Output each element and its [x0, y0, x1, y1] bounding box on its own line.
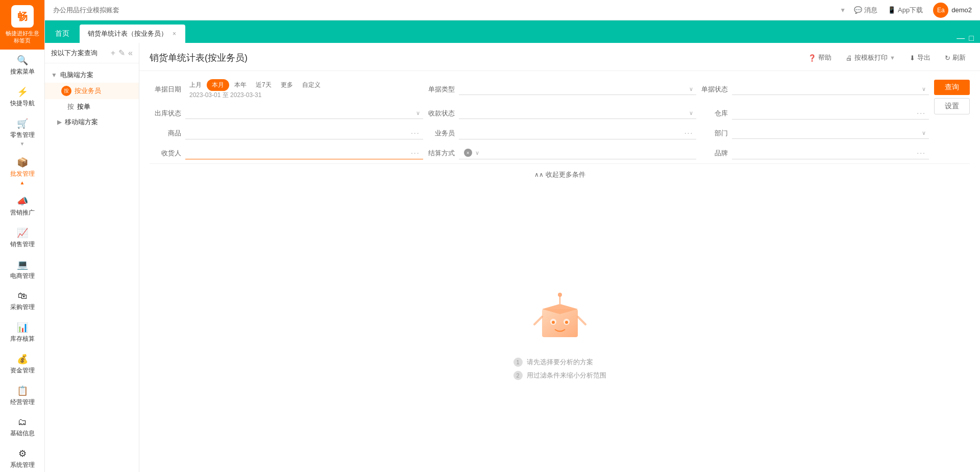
avatar: Ea: [933, 3, 948, 18]
retail-icon: 🛒: [17, 118, 28, 129]
print-btn[interactable]: 🖨 按模板打印 ▼: [842, 51, 899, 64]
tabbar: 首页 销货单统计表（按业务员） × — □: [45, 20, 980, 43]
collapse-panel-icon[interactable]: «: [128, 49, 133, 58]
tree: ▼ 电脑端方案 按 按业务员 按 按单: [45, 63, 139, 134]
date-filter-content: 上月 本月 本年 近7天 更多 自定义 2023-03-01 至 2023-03…: [185, 79, 423, 100]
edit-scheme-icon[interactable]: ✎: [118, 48, 125, 58]
salesman-cell: 业务员 ···: [423, 127, 697, 139]
tree-group-desktop-header[interactable]: ▼ 电脑端方案: [45, 67, 139, 83]
add-scheme-icon[interactable]: +: [111, 49, 115, 58]
sidebar-item-finance[interactable]: 💰 资金管理: [0, 348, 44, 380]
message-action[interactable]: 💬 消息: [854, 6, 877, 15]
salesman-scheme-label: 按业务员: [75, 86, 101, 96]
sidebar-item-retail[interactable]: 🛒 零售管理 ▼: [0, 113, 44, 152]
refresh-label: 刷新: [952, 53, 966, 62]
date-tab-thismonth[interactable]: 本月: [207, 79, 229, 91]
tab-minimize-btn[interactable]: —: [957, 34, 965, 43]
tree-item-order[interactable]: 按 按单: [45, 99, 139, 114]
retail-arrow-icon: ▼: [20, 141, 25, 147]
sidebar-item-label: 经营管理: [10, 398, 35, 407]
outstatus-field[interactable]: ∨: [185, 108, 423, 119]
receiver-dots-icon[interactable]: ···: [411, 149, 420, 157]
order-icon: 按: [67, 102, 74, 111]
warehouse-label: 仓库: [696, 109, 732, 118]
date-filter-cell: 单据日期 上月 本月 本年 近7天 更多 自定义 2023-03-01 至 20…: [150, 79, 423, 100]
topbar-actions: 💬 消息 📱 App下载 Ea demo2: [854, 3, 972, 18]
sidebar-item-system[interactable]: ⚙ 系统管理: [0, 443, 44, 472]
empty-hint-2: 2 用过滤条件来缩小分析范围: [513, 371, 606, 380]
settle-clear-icon[interactable]: ×: [464, 149, 472, 157]
export-btn[interactable]: ⬇ 导出: [905, 51, 935, 64]
department-arrow-icon[interactable]: ∨: [922, 130, 926, 136]
tab-close-icon[interactable]: ×: [172, 29, 177, 38]
inventory-icon: 📊: [17, 322, 28, 333]
sidebar-item-wholesale[interactable]: 📦 批发管理 ▲: [0, 152, 44, 191]
collectstatus-cell: 收款状态 ∨: [423, 107, 697, 120]
collapse-label: 收起更多条件: [546, 170, 585, 179]
collapse-btn[interactable]: ∧∧ 收起更多条件: [528, 168, 592, 181]
sidebar-item-label: 营销推广: [10, 208, 35, 217]
filter-row-3: 商品 ··· 业务员 ··· 部门: [150, 127, 970, 139]
receiver-field[interactable]: ···: [185, 147, 423, 159]
message-label: 消息: [864, 6, 877, 15]
user-area: Ea demo2: [933, 3, 972, 18]
collectstatus-field[interactable]: ∨: [459, 108, 697, 119]
date-tab-thisyear[interactable]: 本年: [230, 79, 251, 91]
docstatus-arrow-icon[interactable]: ∨: [922, 86, 926, 92]
date-tab-7days[interactable]: 近7天: [252, 79, 276, 91]
doctype-field[interactable]: ∨: [459, 84, 697, 95]
brand-field[interactable]: ···: [732, 147, 929, 159]
settle-field[interactable]: × ∨: [459, 147, 697, 159]
goods-field[interactable]: ···: [185, 127, 423, 139]
sidebar-item-inventory[interactable]: 📊 库存核算: [0, 317, 44, 348]
tree-item-salesman[interactable]: 按 按业务员: [45, 83, 139, 99]
outstatus-arrow-icon[interactable]: ∨: [416, 110, 420, 116]
finance-icon: 💰: [17, 353, 28, 365]
date-tab-custom[interactable]: 自定义: [298, 79, 325, 91]
date-tab-more[interactable]: 更多: [277, 79, 297, 91]
app-download-action[interactable]: 📱 App下载: [888, 6, 923, 15]
query-button[interactable]: 查询: [934, 80, 970, 95]
sidebar-item-marketing[interactable]: 📣 营销推广: [0, 191, 44, 222]
right-panel: 销货单统计表(按业务员) ❓ 帮助 🖨 按模板打印 ▼ ⬇ 导出: [139, 43, 980, 472]
tab-expand-btn[interactable]: □: [969, 34, 974, 43]
tree-group-desktop: ▼ 电脑端方案 按 按业务员 按 按单: [45, 67, 139, 114]
print-label: 按模板打印: [854, 53, 888, 62]
docstatus-field[interactable]: ∨: [732, 84, 929, 95]
department-field[interactable]: ∨: [732, 128, 929, 139]
salesman-dots-icon[interactable]: ···: [684, 129, 694, 137]
sidebar-item-label: 电商管理: [10, 272, 35, 280]
sales-icon: 📈: [17, 227, 28, 239]
sidebar-item-label: 采购管理: [10, 303, 35, 312]
logo-icon: 畅: [11, 5, 34, 28]
tab-active[interactable]: 销货单统计表（按业务员） ×: [80, 25, 185, 43]
settle-arrow-icon[interactable]: ∨: [475, 150, 479, 156]
sidebar-item-sales[interactable]: 📈 销售管理: [0, 222, 44, 254]
salesman-field[interactable]: ···: [459, 127, 697, 139]
warehouse-dots-icon[interactable]: ···: [917, 109, 926, 117]
sidebar-item-ecommerce[interactable]: 💻 电商管理: [0, 254, 44, 286]
date-tab-lastmonth[interactable]: 上月: [185, 79, 206, 91]
refresh-btn[interactable]: ↻ 刷新: [941, 51, 970, 64]
goods-dots-icon[interactable]: ···: [411, 129, 420, 137]
warehouse-field[interactable]: ···: [732, 107, 929, 120]
sidebar-item-purchase[interactable]: 🛍 采购管理: [0, 286, 44, 317]
collectstatus-arrow-icon[interactable]: ∨: [689, 110, 693, 116]
tree-group-mobile-header[interactable]: ▶ 移动端方案: [45, 114, 139, 130]
topbar-dropdown-icon[interactable]: ▼: [840, 7, 846, 14]
sidebar-item-basic-info[interactable]: 🗂 基础信息: [0, 412, 44, 443]
doctype-arrow-icon[interactable]: ∨: [689, 86, 693, 92]
date-tabs: 上月 本月 本年 近7天 更多 自定义: [185, 79, 423, 91]
tab-home[interactable]: 首页: [45, 25, 80, 43]
brand-dots-icon[interactable]: ···: [917, 149, 926, 157]
filter-row-4: 收货人 ··· 结算方式 × ∨ 品牌: [150, 147, 970, 159]
sidebar-item-operations[interactable]: 📋 经营管理: [0, 380, 44, 412]
reset-button[interactable]: 设置: [934, 98, 970, 114]
tree-group-mobile-label: 移动端方案: [65, 117, 98, 127]
sidebar-item-search[interactable]: 🔍 搜索菜单: [0, 50, 44, 81]
receiver-cell: 收货人 ···: [150, 147, 423, 159]
sidebar-item-quicknav[interactable]: ⚡ 快捷导航: [0, 81, 44, 113]
username-label[interactable]: demo2: [951, 6, 972, 14]
sidebar-logo: 畅 畅捷进好生意标签页: [0, 0, 44, 50]
help-btn[interactable]: ❓ 帮助: [804, 51, 836, 64]
